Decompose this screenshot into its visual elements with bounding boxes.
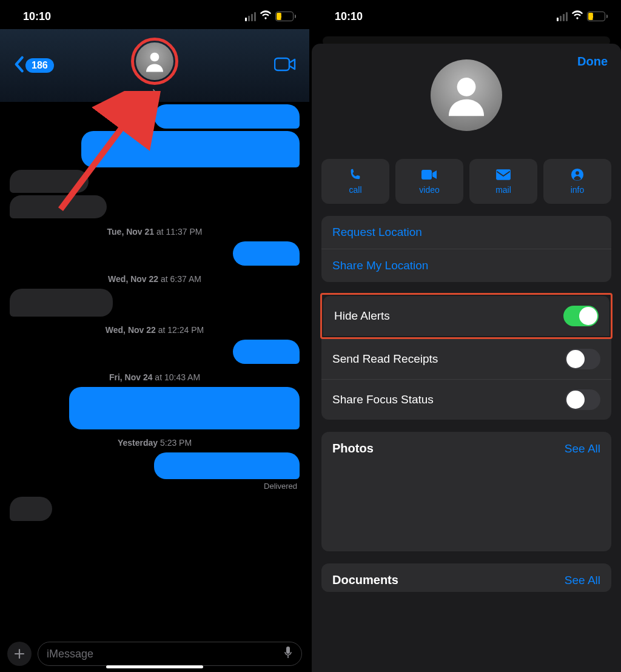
message-bubble-out[interactable] (81, 131, 300, 167)
cell-signal-icon (245, 12, 256, 21)
action-row: call video mail info (312, 131, 621, 204)
annotation-circle (131, 38, 178, 85)
conversation-header: 186 (0, 29, 309, 102)
hide-alerts-row[interactable]: Hide Alerts (323, 296, 609, 336)
wifi-icon (571, 10, 583, 23)
timestamp: Yesterday 5:23 PM (0, 438, 309, 448)
status-bar: 10:10 26 (0, 0, 309, 29)
info-person-icon (569, 168, 585, 181)
svg-rect-5 (421, 170, 432, 180)
photos-grid[interactable] (321, 460, 611, 551)
video-button[interactable]: video (395, 159, 463, 204)
chevron-right-icon (131, 89, 178, 99)
battery-icon: 26 (275, 12, 296, 21)
share-my-location-button[interactable]: Share My Location (321, 249, 611, 282)
phone-icon (347, 168, 363, 181)
timestamp: Fri, Nov 24 at 10:43 AM (0, 372, 309, 382)
message-bubble-out[interactable] (233, 340, 300, 364)
back-button[interactable]: 186 (13, 56, 54, 75)
documents-title: Documents (332, 573, 398, 587)
done-button[interactable]: Done (577, 55, 608, 69)
attach-button[interactable] (7, 642, 32, 666)
hide-alerts-label: Hide Alerts (334, 309, 390, 323)
message-bubble-in[interactable] (10, 497, 52, 521)
unread-badge: 186 (25, 58, 54, 73)
message-bubble-in[interactable] (10, 289, 113, 317)
input-placeholder: iMessage (47, 648, 93, 660)
focus-status-toggle[interactable] (565, 389, 600, 410)
focus-status-label: Share Focus Status (332, 393, 434, 406)
mic-icon[interactable] (283, 646, 293, 662)
delivered-label: Delivered (12, 482, 297, 491)
cell-signal-icon (557, 12, 568, 21)
contact-avatar-button[interactable] (131, 38, 178, 99)
svg-point-8 (576, 171, 579, 175)
svg-rect-3 (286, 647, 290, 654)
status-time: 10:10 (23, 10, 51, 23)
message-bubble-out[interactable] (154, 104, 300, 129)
timestamp: Wed, Nov 22 at 12:24 PM (0, 325, 309, 335)
messages-screen: 10:10 26 186 (0, 0, 312, 672)
read-receipts-row[interactable]: Send Read Receipts (321, 339, 611, 379)
mail-icon (495, 168, 511, 181)
wifi-icon (260, 10, 272, 23)
timestamp: Wed, Nov 22 at 6:37 AM (0, 274, 309, 284)
timestamp: Tue, Nov 21 at 11:37 PM (0, 227, 309, 237)
svg-point-4 (457, 78, 476, 96)
message-bubble-in[interactable] (10, 170, 89, 193)
read-receipts-toggle[interactable] (565, 349, 600, 369)
facetime-button[interactable] (274, 56, 296, 75)
message-bubble-in[interactable] (10, 195, 107, 218)
chevron-left-icon (13, 56, 24, 75)
annotation-highlight: Hide Alerts (320, 293, 613, 339)
contact-details-screen: 10:10 26 Done call vi (312, 0, 621, 672)
video-icon (421, 168, 437, 181)
message-bubble-out[interactable] (233, 241, 300, 266)
mail-button[interactable]: mail (469, 159, 537, 204)
message-input[interactable]: iMessage (38, 642, 302, 666)
documents-see-all-button[interactable]: See All (565, 574, 600, 587)
hide-alerts-toggle[interactable] (563, 306, 599, 326)
request-location-button[interactable]: Request Location (321, 216, 611, 249)
contact-avatar[interactable] (431, 59, 502, 131)
documents-section: Documents See All (321, 563, 611, 592)
call-button[interactable]: call (321, 159, 389, 204)
status-time: 10:10 (335, 10, 363, 23)
focus-status-row[interactable]: Share Focus Status (321, 379, 611, 420)
photos-see-all-button[interactable]: See All (565, 442, 600, 455)
svg-point-0 (150, 53, 159, 62)
message-bubble-out[interactable] (154, 452, 300, 479)
details-sheet: Done call video mail info Request Lo (312, 44, 621, 672)
message-bubble-out[interactable] (69, 387, 300, 429)
location-group: Request Location Share My Location (321, 216, 611, 282)
status-bar: 10:10 26 (312, 0, 621, 29)
read-receipts-label: Send Read Receipts (332, 352, 438, 366)
home-indicator[interactable] (106, 665, 203, 668)
battery-icon: 26 (587, 12, 608, 21)
message-list[interactable]: Tue, Nov 21 at 11:37 PM Wed, Nov 22 at 6… (0, 102, 309, 623)
svg-rect-6 (496, 169, 511, 180)
photos-section: Photos See All (321, 432, 611, 551)
person-icon (136, 42, 173, 80)
photos-title: Photos (332, 442, 374, 455)
svg-rect-1 (275, 58, 289, 70)
info-button[interactable]: info (543, 159, 611, 204)
